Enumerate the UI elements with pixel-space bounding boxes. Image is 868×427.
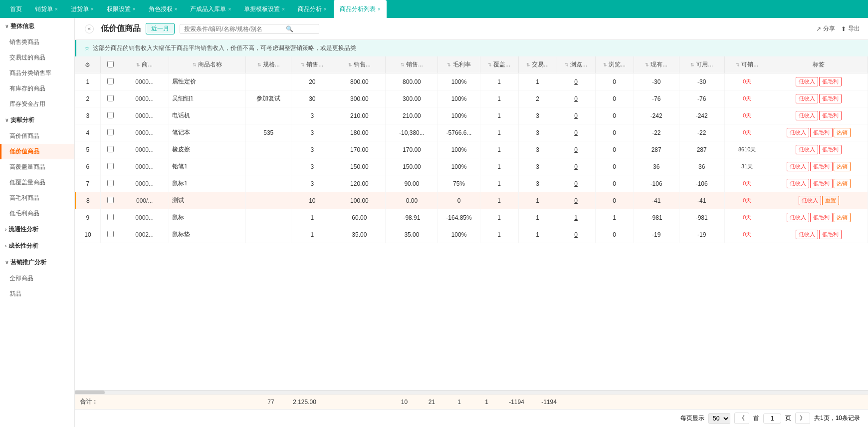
close-icon[interactable]: × [91, 6, 94, 12]
row-code[interactable]: 0000... [120, 209, 169, 226]
th-trade[interactable]: ⇅ 交易... [518, 56, 557, 73]
filter-recent-month-button[interactable]: 近一月 [146, 23, 175, 34]
sidebar-group-growth[interactable]: › 成长性分析 [0, 238, 74, 254]
row-check[interactable] [100, 141, 120, 158]
close-icon[interactable]: × [324, 6, 327, 12]
row-code[interactable]: 0000... [120, 107, 169, 124]
nav-home[interactable]: 首页 [4, 0, 28, 18]
close-icon[interactable]: × [282, 6, 285, 12]
sidebar-item-low-value[interactable]: 低价值商品 [0, 144, 74, 159]
sidebar-item-stock-capital[interactable]: 库存资金占用 [0, 96, 74, 112]
view-link[interactable]: 0 [574, 129, 578, 136]
row-view1[interactable]: 1 [557, 209, 595, 226]
th-coverage[interactable]: ⇅ 覆盖... [480, 56, 518, 73]
row-code[interactable]: 0000... [120, 141, 169, 158]
row-view1[interactable]: 0 [557, 107, 595, 124]
row-name[interactable]: 测试 [169, 192, 246, 209]
row-code[interactable]: 0000... [120, 175, 169, 192]
sidebar-item-new-goods[interactable]: 新品 [0, 286, 74, 302]
sidebar-group-marketing[interactable]: ∨ 营销推广分析 [0, 254, 74, 271]
sidebar-item-in-stock-goods[interactable]: 有库存的商品 [0, 81, 74, 96]
row-name[interactable]: 属性定价 [169, 73, 246, 90]
sidebar-item-sales-goods[interactable]: 销售类商品 [0, 34, 74, 50]
row-code[interactable]: 0000... [120, 73, 169, 90]
th-settings[interactable]: ⚙ [75, 56, 100, 73]
row-check[interactable] [100, 107, 120, 124]
close-icon[interactable]: × [133, 6, 136, 12]
row-checkbox[interactable] [107, 214, 114, 220]
sidebar-group-contribution[interactable]: ∨ 贡献分析 [0, 112, 74, 128]
th-current-stock[interactable]: ⇅ 现有... [634, 56, 679, 73]
close-icon[interactable]: × [55, 6, 58, 12]
th-sale-qty[interactable]: ⇅ 销售... [291, 56, 333, 73]
share-button[interactable]: ↗ 分享 [816, 24, 835, 33]
row-checkbox[interactable] [107, 231, 114, 237]
row-checkbox[interactable] [107, 95, 114, 101]
row-view1[interactable]: 0 [557, 124, 595, 141]
view-link[interactable]: 0 [574, 231, 578, 238]
view-link[interactable]: 0 [574, 180, 578, 187]
row-code[interactable]: 0000... [120, 124, 169, 141]
row-check[interactable] [100, 90, 120, 107]
row-name[interactable]: 笔记本 [169, 124, 246, 141]
row-name[interactable]: 鼠标垫 [169, 226, 246, 243]
th-sellable[interactable]: ⇅ 可销... [724, 56, 770, 73]
sidebar-item-high-margin[interactable]: 高毛利商品 [0, 190, 74, 206]
th-gross-rate[interactable]: ⇅ 毛利率 [438, 56, 480, 73]
sidebar-item-all-goods[interactable]: 全部商品 [0, 271, 74, 286]
th-spec[interactable]: ⇅ 规格... [246, 56, 291, 73]
sidebar-item-low-margin[interactable]: 低毛利商品 [0, 206, 74, 221]
sidebar-group-circulation[interactable]: › 流通性分析 [0, 221, 74, 238]
row-view1[interactable]: 0 [557, 90, 595, 107]
row-name[interactable]: 吴细细1 [169, 90, 246, 107]
row-checkbox[interactable] [107, 163, 114, 169]
nav-product-analysis[interactable]: 商品分析 × [292, 0, 333, 18]
sidebar-item-low-coverage[interactable]: 低覆盖量商品 [0, 175, 74, 190]
collapse-sidebar-button[interactable]: « [85, 24, 94, 33]
row-check[interactable] [100, 158, 120, 175]
nav-product-analysis-list[interactable]: 商品分析列表 × [334, 0, 387, 18]
view-link[interactable]: 0 [574, 163, 578, 170]
view-link[interactable]: 1 [574, 214, 578, 221]
row-check[interactable] [100, 73, 120, 90]
row-code[interactable]: 0000... [120, 90, 169, 107]
export-button[interactable]: ⬆ 导出 [841, 24, 860, 33]
search-input[interactable] [184, 25, 284, 32]
nav-purchase[interactable]: 进货单 × [65, 0, 100, 18]
view-link[interactable]: 0 [574, 197, 578, 204]
view-link[interactable]: 0 [574, 95, 578, 102]
th-code[interactable]: ⇅ 商... [120, 56, 169, 73]
row-view1[interactable]: 0 [557, 192, 595, 209]
row-view1[interactable]: 0 [557, 175, 595, 192]
row-checkbox[interactable] [107, 197, 114, 203]
row-name[interactable]: 鼠标 [169, 209, 246, 226]
row-code[interactable]: 0000... [120, 158, 169, 175]
per-page-select[interactable]: 50 [708, 413, 730, 424]
sidebar-item-high-coverage[interactable]: 高覆盖量商品 [0, 159, 74, 175]
sidebar-group-overall[interactable]: ∨ 整体信息 [0, 18, 74, 34]
nav-template-settings[interactable]: 单据模板设置 × [238, 0, 291, 18]
search-icon[interactable]: 🔍 [286, 25, 293, 32]
row-name[interactable]: 鼠标1 [169, 175, 246, 192]
view-link[interactable]: 0 [574, 112, 578, 119]
sidebar-item-high-value[interactable]: 高价值商品 [0, 128, 74, 144]
close-icon[interactable]: × [378, 6, 381, 12]
nav-sales[interactable]: 销货单 × [29, 0, 64, 18]
th-sale-amt[interactable]: ⇅ 销售... [333, 56, 386, 73]
row-checkbox[interactable] [107, 112, 114, 118]
row-name[interactable]: 电话机 [169, 107, 246, 124]
horizontal-scrollbar[interactable] [75, 390, 868, 394]
row-check[interactable] [100, 226, 120, 243]
view-link[interactable]: 0 [574, 78, 578, 85]
sidebar-item-traded-goods[interactable]: 交易过的商品 [0, 50, 74, 65]
th-view1[interactable]: ⇅ 浏览... [557, 56, 595, 73]
row-checkbox[interactable] [107, 180, 114, 186]
row-view1[interactable]: 0 [557, 158, 595, 175]
nav-product-storage[interactable]: 产成品入库单 × [184, 0, 237, 18]
row-name[interactable]: 铅笔1 [169, 158, 246, 175]
th-sale-profit[interactable]: ⇅ 销售... [386, 56, 438, 73]
th-check[interactable] [100, 56, 120, 73]
row-checkbox[interactable] [107, 78, 114, 84]
row-checkbox[interactable] [107, 129, 114, 135]
nav-permissions[interactable]: 权限设置 × [101, 0, 142, 18]
